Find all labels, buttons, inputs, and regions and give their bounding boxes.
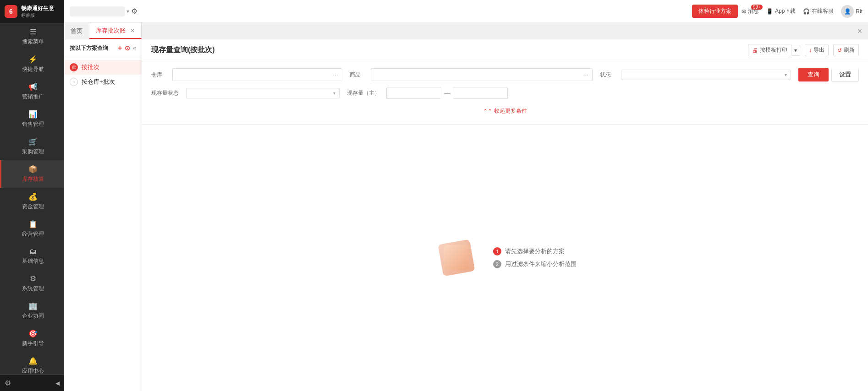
print-btn-label: 按模板打印 [760,46,787,54]
sidebar-item-sales[interactable]: 📊 销售管理 [0,105,64,133]
inventory-main-to[interactable] [453,87,508,99]
scheme-batch-icon: 批 [70,63,78,71]
sidebar-item-label: 新手引导 [22,340,44,348]
refresh-btn[interactable]: ↺ 刷新 [833,44,859,56]
sidebar-item-finance[interactable]: 💰 资金管理 [0,188,64,215]
edition-label: 标准版 [21,12,54,19]
warehouse-more-icon[interactable]: ··· [333,71,338,78]
sidebar-item-search[interactable]: ☰ 搜索菜单 [0,23,64,50]
product-text-input[interactable] [375,71,582,78]
product-field: 商品 ··· [350,68,593,81]
breadcrumb-arrow-icon[interactable]: ▾ [126,8,129,15]
settings-gear-icon[interactable]: ⚙ [131,7,137,16]
refresh-btn-label: 刷新 [844,46,855,54]
user-avatar-btn[interactable]: 👤 Rit [841,5,863,18]
sidebar-item-system[interactable]: ⚙ 系统管理 [0,270,64,297]
status-arrow-icon: ▾ [785,72,787,77]
inventory-icon: 📦 [28,165,38,174]
inventory-main-from[interactable] [386,87,441,99]
status-field: 状态 ▾ [600,70,791,80]
product-more-icon[interactable]: ··· [583,71,589,78]
messages-badge: 99+ [751,5,763,10]
messages-btn[interactable]: ✉ 消息 99+ [742,7,759,15]
tab-inventory-batch[interactable]: 库存批次账 ✕ [89,23,142,39]
content-area: 按以下方案查询 + ⊙ « 批 按批次 ○ 按 [64,39,868,391]
sidebar-item-label: 库存核算 [22,175,44,183]
sidebar-item-enterprise[interactable]: 🏢 企业协同 [0,297,64,325]
step1-num: 1 [493,247,501,255]
setup-btn[interactable]: 设置 [831,68,859,81]
sidebar-item-quick-nav[interactable]: ⚡ 快捷导航 [0,50,64,78]
online-service-label: 在线客服 [812,7,834,15]
main-area: ▾ ⚙ 体验行业方案 ✉ 消息 99+ 📱 App下载 🎧 在线客服 👤 [64,0,868,391]
message-icon: ✉ [742,8,746,15]
sidebar-item-newbie[interactable]: 🎯 新手引导 [0,325,64,352]
scheme-item-warehouse-batch[interactable]: ○ 按仓库+批次 [64,75,142,89]
add-scheme-icon[interactable]: + [118,44,122,52]
sidebar-item-purchase[interactable]: 🛒 采购管理 [0,133,64,160]
sidebar-item-basic[interactable]: 🗂 基础信息 [0,243,64,270]
print-expand-btn[interactable]: ▾ [791,45,800,56]
product-input[interactable]: ··· [371,68,593,81]
export-icon: ↓ [809,47,812,54]
inventory-main-field: 现存量（主） — [347,87,587,99]
topbar-breadcrumb: ▾ ⚙ [70,6,688,16]
collapse-filters-btn[interactable]: ⌃⌃ 收起更多条件 [151,104,859,118]
sidebar-item-app-center[interactable]: 🔔 应用中心 [0,352,64,375]
warehouse-label: 仓库 [151,71,170,79]
breadcrumb-input[interactable] [70,6,125,16]
export-btn[interactable]: ↓ 导出 [805,44,829,56]
warehouse-field: 仓库 ··· [151,68,342,81]
print-btn[interactable]: 🖨 按模板打印 [748,44,791,56]
sidebar-collapse-icon[interactable]: ◀ [55,380,60,386]
company-name: 畅康通好生意 [21,5,54,12]
right-panel: 现存量查询(按批次) 🖨 按模板打印 ▾ ↓ 导出 [142,39,868,391]
collapse-label: 收起更多条件 [494,107,527,115]
search-menu-icon: ☰ [30,27,36,36]
trial-btn[interactable]: 体验行业方案 [692,5,738,18]
tab-bar: 首页 库存批次账 ✕ ✕ [64,23,868,39]
empty-state: 1 请先选择要分析的方案 2 用过滤条件来缩小分析范围 [142,125,868,391]
sidebar-footer: ⚙ ◀ [0,375,64,391]
sidebar-gear-icon[interactable]: ⚙ [5,379,11,387]
step1-text: 请先选择要分析的方案 [505,247,565,255]
scheme-warehouse-batch-icon: ○ [70,78,78,86]
collapse-panel-icon[interactable]: « [133,45,136,51]
online-service-btn[interactable]: 🎧 在线客服 [803,7,834,15]
query-btn[interactable]: 查询 [798,68,829,81]
app-center-icon: 🔔 [28,357,38,365]
topbar: ▾ ⚙ 体验行业方案 ✉ 消息 99+ 📱 App下载 🎧 在线客服 👤 [64,0,868,23]
scheme-settings-icon[interactable]: ⊙ [125,44,130,52]
sidebar-item-marketing[interactable]: 📢 营销推广 [0,78,64,105]
warehouse-input[interactable]: ··· [172,68,342,81]
left-panel-actions: + ⊙ « [118,44,136,52]
marketing-icon: 📢 [28,82,38,91]
filter-actions: 查询 设置 [798,68,859,81]
scheme-warehouse-batch-label: 按仓库+批次 [82,78,115,86]
logo: 6 [5,5,17,18]
tab-close-icon[interactable]: ✕ [130,27,135,34]
app-download-btn[interactable]: 📱 App下载 [766,7,796,15]
status-select[interactable]: ▾ [621,70,791,80]
sidebar-item-operations[interactable]: 📋 经营管理 [0,215,64,243]
page-title: 现存量查询(按批次) [151,45,215,55]
export-btn-label: 导出 [813,46,824,54]
inventory-main-label: 现存量（主） [347,89,384,97]
operations-icon: 📋 [28,220,38,228]
empty-step-1: 1 请先选择要分析的方案 [493,247,577,255]
tab-panel-close-icon[interactable]: ✕ [852,23,868,39]
scheme-item-batch[interactable]: 批 按批次 [64,60,142,75]
sidebar: 6 畅康通好生意 标准版 ☰ 搜索菜单 ⚡ 快捷导航 📢 营销推广 📊 销售管理… [0,0,64,391]
tab-home[interactable]: 首页 [64,23,89,39]
product-label: 商品 [350,71,368,79]
sidebar-item-label: 系统管理 [22,285,44,293]
user-avatar: 👤 [841,5,854,18]
inventory-status-arrow-icon: ▾ [333,91,335,96]
sidebar-item-label: 搜索菜单 [22,38,44,46]
collapse-icon: ⌃⌃ [483,108,492,114]
warehouse-text-input[interactable] [176,71,331,78]
finance-icon: 💰 [28,192,38,201]
inventory-status-select[interactable]: ▾ [186,88,340,98]
sidebar-item-inventory[interactable]: 📦 库存核算 [0,160,64,188]
sidebar-item-label: 快捷导航 [22,65,44,73]
